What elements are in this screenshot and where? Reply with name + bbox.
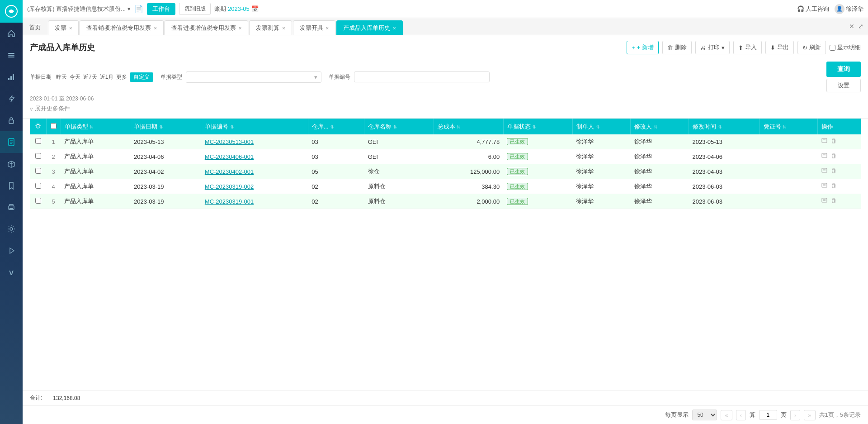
row-modifier: 徐泽华 [631, 194, 689, 209]
tab-expand[interactable]: ⤢ [858, 23, 863, 30]
tab-sales-vat-close[interactable]: × [154, 25, 156, 31]
row-delete-icon[interactable] [830, 198, 837, 205]
col-cost[interactable]: 总成本 ⇅ [434, 119, 503, 134]
sidebar-item-flash[interactable] [0, 88, 23, 110]
date-yesterday[interactable]: 昨天 [56, 73, 67, 81]
calendar-icon[interactable]: 📅 [251, 5, 259, 12]
row-no-link[interactable]: MC-20230513-001 [205, 138, 254, 145]
row-no-link[interactable]: MC-20230406-001 [205, 153, 254, 160]
date-more[interactable]: 更多 [116, 73, 127, 81]
select-all-checkbox[interactable] [51, 123, 57, 129]
new-button[interactable]: + + 新增 [627, 41, 659, 54]
tab-invoice[interactable]: 发票 × [48, 20, 79, 35]
delete-button[interactable]: 🗑 删除 [662, 41, 692, 54]
doc-type-select[interactable]: ▾ [186, 71, 321, 83]
sidebar-item-box[interactable] [0, 153, 23, 175]
refresh-button[interactable]: ↻ 刷新 [797, 41, 826, 54]
sidebar-item-play[interactable] [0, 240, 23, 262]
tab-product-history[interactable]: 产成品入库单历史 × [336, 20, 402, 35]
tab-calc-close[interactable]: × [282, 25, 285, 31]
prev-page-button[interactable]: ‹ [736, 410, 746, 420]
sidebar-item-print[interactable] [0, 196, 23, 218]
tab-close-all[interactable]: ✕ [849, 23, 854, 30]
table-row: 4 产品入库单 2023-03-19 MC-20230319-002 02 原料… [30, 179, 861, 194]
switch-button[interactable]: 切到旧版 [179, 3, 211, 15]
col-type[interactable]: 单据类型 ⇅ [61, 119, 130, 134]
show-detail-input[interactable] [830, 45, 835, 51]
row-checkbox[interactable] [35, 153, 41, 159]
row-delete-icon[interactable] [830, 138, 837, 146]
date-today[interactable]: 今天 [70, 73, 80, 81]
date-custom[interactable]: 自定义 [130, 72, 153, 82]
row-date: 2023-03-19 [130, 179, 201, 194]
row-no-link[interactable]: MC-20230319-001 [205, 198, 254, 205]
next-page-button[interactable]: › [790, 410, 800, 420]
first-page-button[interactable]: « [721, 410, 732, 420]
col-action: 操作 [818, 119, 861, 134]
row-edit-icon[interactable] [821, 153, 828, 161]
export-button[interactable]: ⬇ 导出 [765, 41, 794, 54]
query-button[interactable]: 查询 [826, 62, 861, 77]
settings-button[interactable]: 设置 [826, 79, 861, 92]
per-page-select[interactable]: 50 100 200 [692, 410, 717, 420]
col-warehouse-code[interactable]: 仓库... ⇅ [308, 119, 364, 134]
sidebar-item-gear[interactable] [0, 218, 23, 240]
row-no-link[interactable]: MC-20230319-002 [205, 183, 254, 190]
user-area[interactable]: 👤 徐泽华 [835, 4, 863, 14]
workbench-button[interactable]: 工作台 [147, 3, 175, 15]
row-edit-icon[interactable] [821, 198, 828, 205]
sidebar-item-doc[interactable] [0, 131, 23, 153]
col-voucher[interactable]: 凭证号 ⇅ [760, 119, 818, 134]
date-filter-label: 单据日期 [30, 73, 52, 81]
print-button[interactable]: 🖨 打印 ▾ [695, 41, 730, 54]
date-last-month[interactable]: 近1月 [100, 73, 114, 81]
sidebar-item-home[interactable] [0, 23, 23, 44]
service-label[interactable]: 🎧 人工咨询 [797, 5, 829, 13]
col-status[interactable]: 单据状态 ⇅ [503, 119, 572, 134]
top-bar-right: 🎧 人工咨询 👤 徐泽华 [797, 4, 863, 14]
sidebar-item-lock[interactable] [0, 110, 23, 131]
sidebar-item-menu[interactable] [0, 44, 23, 66]
tab-home[interactable]: 首页 [23, 20, 47, 35]
tab-product-history-close[interactable]: × [393, 25, 396, 31]
row-edit-icon[interactable] [821, 183, 828, 191]
sidebar-item-chart[interactable] [0, 66, 23, 88]
col-date[interactable]: 单据日期 ⇅ [130, 119, 201, 134]
tab-invoice-close[interactable]: × [69, 25, 72, 31]
tab-purchase-vat[interactable]: 查看进项增值税专用发票 × [165, 20, 248, 35]
sidebar-item-bookmark[interactable] [0, 175, 23, 196]
row-checkbox[interactable] [35, 198, 41, 204]
row-delete-icon[interactable] [830, 168, 837, 176]
last-page-button[interactable]: » [804, 410, 815, 420]
row-edit-icon[interactable] [821, 138, 828, 146]
tab-issue[interactable]: 发票开具 × [293, 20, 335, 35]
col-creator[interactable]: 制单人 ⇅ [572, 119, 631, 134]
dropdown-icon[interactable]: ▾ [127, 5, 131, 12]
tab-purchase-vat-close[interactable]: × [239, 25, 241, 31]
col-modifier[interactable]: 修改人 ⇅ [631, 119, 689, 134]
row-delete-icon[interactable] [830, 183, 837, 191]
import-button[interactable]: ⬆ 导入 [733, 41, 762, 54]
show-detail-checkbox[interactable]: 显示明细 [830, 43, 861, 52]
col-warehouse-name[interactable]: 仓库名称 ⇅ [364, 119, 434, 134]
row-no-link[interactable]: MC-20230402-001 [205, 168, 254, 175]
row-edit-icon[interactable] [821, 168, 828, 176]
tab-calc[interactable]: 发票测算 × [249, 20, 292, 35]
tab-sales-vat[interactable]: 查看销项增值税专用发票 × [80, 20, 163, 35]
sidebar-item-v[interactable]: V [0, 262, 23, 283]
page-input[interactable] [759, 410, 777, 420]
expand-more-btn[interactable]: ▿ 展开更多条件 [30, 105, 861, 113]
doc-no-input[interactable] [354, 71, 490, 82]
doc-type-label: 单据类型 [160, 73, 182, 81]
row-checkbox[interactable] [35, 183, 41, 189]
col-modify-time[interactable]: 修改时间 ⇅ [689, 119, 760, 134]
row-cost: 384.30 [434, 179, 503, 194]
col-settings[interactable] [30, 119, 46, 134]
tab-issue-close[interactable]: × [326, 25, 329, 31]
col-checkbox[interactable] [46, 119, 61, 134]
row-checkbox[interactable] [35, 168, 41, 174]
col-no[interactable]: 单据编号 ⇅ [201, 119, 308, 134]
row-delete-icon[interactable] [830, 153, 837, 161]
date-last7[interactable]: 近7天 [83, 73, 97, 81]
row-checkbox[interactable] [35, 138, 41, 144]
